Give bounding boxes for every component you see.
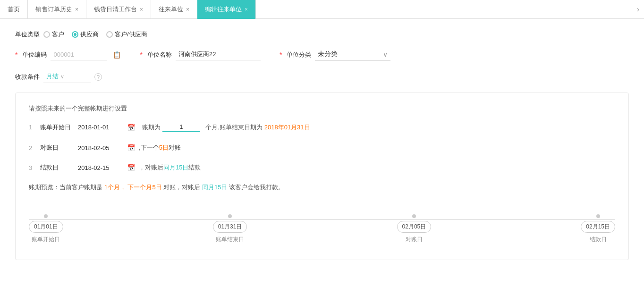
tab-partner-units-close[interactable]: × — [186, 6, 189, 13]
timeline-dot-0 — [44, 214, 48, 218]
preview-text: 账期预览：当前客户账期是 1个月， 下一个月5日 对账，对账后 同月15日 该客… — [29, 183, 615, 192]
timeline-dot-3 — [596, 214, 600, 218]
timeline-label-1: 账单结束日 — [216, 236, 244, 244]
row-2-desc: ,下一个5日对账 — [139, 144, 181, 152]
radio-both-label: 客户/供应商 — [115, 30, 147, 39]
row-2-number: 2 — [29, 144, 40, 152]
row-3-desc: ，对账后同月15日结款 — [139, 163, 201, 172]
tab-partner-units[interactable]: 往来单位 × — [151, 0, 197, 19]
row-1-number: 1 — [29, 124, 40, 131]
unit-name-star: * — [140, 51, 142, 59]
unit-type-row: 单位类型 客户 供应商 客户/供应商 — [15, 30, 629, 39]
radio-both-circle — [106, 31, 113, 38]
unit-category-label: 单位分类 — [287, 51, 311, 59]
timeline: 01月01日 账单开始日 01月31日 账单结束日 02月05日 对账日 02月… — [29, 205, 615, 248]
tab-partner-units-label: 往来单位 — [159, 5, 183, 14]
unit-category-dropdown[interactable]: 未分类 ∨ — [315, 48, 390, 61]
radio-both[interactable]: 客户/供应商 — [106, 30, 147, 39]
setting-row-2: 2 对账日 2018-02-05 📅 ,下一个5日对账 — [29, 144, 615, 152]
payment-terms-help[interactable]: ? — [94, 73, 102, 81]
tab-sales-history-label: 销售订单历史 — [35, 5, 72, 14]
tab-home[interactable]: 首页 — [0, 0, 28, 19]
timeline-bubble-3: 02月15日 — [581, 221, 615, 233]
unit-code-input[interactable] — [51, 49, 107, 60]
payment-terms-row: 收款条件 月结 ∨ ? — [15, 70, 629, 83]
timeline-bubble-1: 01月31日 — [213, 221, 247, 233]
unit-code-star: * — [15, 51, 17, 59]
row-1-cal-icon[interactable]: 📅 — [127, 124, 135, 131]
setting-row-3: 3 结款日 2018-02-15 📅 ，对账后同月15日结款 — [29, 163, 615, 172]
row-3-cal-icon[interactable]: 📅 — [127, 164, 135, 171]
tab-edit-partner[interactable]: 编辑往来单位 × — [197, 0, 256, 19]
row-2-highlight: 5日 — [159, 144, 169, 151]
payment-terms-group: 收款条件 月结 ∨ ? — [15, 70, 102, 83]
timeline-dot-2 — [412, 214, 416, 218]
unit-name-label: 单位名称 — [147, 51, 172, 59]
timeline-point-2: 02月05日 对账日 — [397, 214, 432, 244]
timeline-label-3: 结款日 — [590, 236, 607, 244]
unit-name-input[interactable] — [176, 49, 261, 60]
unit-type-group: 单位类型 客户 供应商 客户/供应商 — [15, 30, 147, 39]
unit-category-value: 未分类 — [318, 50, 338, 59]
tab-cash-work[interactable]: 钱货日清工作台 × — [86, 0, 151, 19]
row-3-number: 3 — [29, 164, 40, 171]
payment-terms-chevron: ∨ — [60, 74, 64, 80]
unit-type-label: 单位类型 — [15, 30, 40, 39]
timeline-point-1: 01月31日 账单结束日 — [213, 214, 247, 244]
payment-terms-dropdown[interactable]: 月结 ∨ — [43, 70, 91, 83]
preview-reconcile: 下一个月5日 — [127, 184, 161, 191]
row-2-cal-icon[interactable]: 📅 — [127, 144, 135, 152]
timeline-point-3: 02月15日 结款日 — [581, 214, 615, 244]
tabs-bar: 首页 销售订单历史 × 钱货日清工作台 × 往来单位 × 编辑往来单位 × › — [0, 0, 644, 19]
radio-supplier[interactable]: 供应商 — [72, 30, 99, 39]
tab-sales-history[interactable]: 销售订单历史 × — [28, 0, 86, 19]
setting-row-1: 1 账单开始日 2018-01-01 📅 账期为 个月,账单结束日期为 2018… — [29, 122, 615, 132]
row-1-mid-text: 账期为 — [139, 123, 162, 132]
payment-terms-label: 收款条件 — [15, 73, 40, 81]
preview-prefix: 账期预览：当前客户账期是 — [29, 184, 102, 191]
tab-sales-history-close[interactable]: × — [75, 6, 78, 13]
row-3-label: 结款日 — [40, 163, 78, 172]
row-3-date: 2018-02-15 — [78, 164, 125, 171]
row-1-label: 账单开始日 — [40, 123, 78, 132]
tab-home-label: 首页 — [8, 5, 20, 14]
unit-info-row: * 单位编码 📋 * 单位名称 * 单位分类 未分类 ∨ — [15, 48, 629, 61]
timeline-points: 01月01日 账单开始日 01月31日 账单结束日 02月05日 对账日 02月… — [29, 214, 615, 244]
payment-terms-value: 月结 — [46, 72, 59, 81]
tab-edit-partner-close[interactable]: × — [245, 6, 248, 13]
preview-period: 1个月， — [104, 184, 126, 191]
preview-reconcile-suffix: 对账，对账后 — [163, 184, 200, 191]
timeline-label-0: 账单开始日 — [32, 236, 60, 244]
unit-code-label: 单位编码 — [22, 51, 47, 59]
section-title: 请按照未来的一个完整帐期进行设置 — [29, 104, 615, 113]
row-3-highlight: 同月15日 — [163, 164, 188, 171]
row-2-label: 对账日 — [40, 144, 78, 152]
unit-category-group: * 单位分类 未分类 ∨ — [280, 48, 390, 61]
timeline-bubble-0: 01月01日 — [29, 221, 63, 233]
timeline-bubble-2: 02月05日 — [397, 221, 432, 233]
row-1-period-unit: 个月,账单结束日期为 2018年01月31日 — [204, 123, 310, 132]
preview-payment: 同月15日 — [202, 184, 227, 191]
tab-cash-work-close[interactable]: × — [140, 6, 143, 13]
tab-edit-partner-label: 编辑往来单位 — [205, 5, 242, 14]
timeline-point-0: 01月01日 账单开始日 — [29, 214, 63, 244]
unit-code-icon[interactable]: 📋 — [113, 51, 121, 59]
unit-category-star: * — [280, 51, 282, 59]
tab-expand-button[interactable]: › — [632, 5, 644, 14]
row-2-date: 2018-02-05 — [78, 144, 125, 152]
radio-supplier-circle — [72, 31, 78, 38]
row-1-date: 2018-01-01 — [78, 124, 125, 131]
unit-name-group: * 单位名称 — [140, 49, 260, 60]
settings-section: 请按照未来的一个完整帐期进行设置 1 账单开始日 2018-01-01 📅 账期… — [15, 93, 629, 260]
unit-code-group: * 单位编码 📋 — [15, 49, 121, 60]
preview-payment-suffix: 该客户会给我打款。 — [229, 184, 284, 191]
radio-supplier-label: 供应商 — [80, 30, 99, 39]
timeline-label-2: 对账日 — [406, 236, 423, 244]
period-input[interactable] — [162, 122, 200, 132]
radio-customer-circle — [43, 31, 50, 38]
tab-cash-work-label: 钱货日清工作台 — [94, 5, 137, 14]
unit-category-chevron: ∨ — [383, 51, 388, 58]
radio-customer[interactable]: 客户 — [43, 30, 64, 39]
row-1-end-date: 2018年01月31日 — [264, 124, 310, 131]
content-area: 单位类型 客户 供应商 客户/供应商 * 单位编码 — [0, 19, 644, 287]
